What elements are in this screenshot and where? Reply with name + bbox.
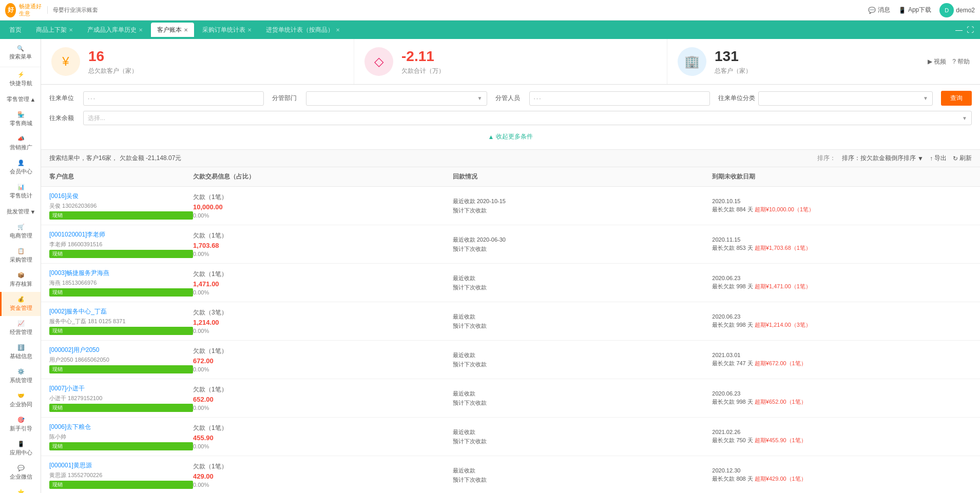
next-collection: 预计下次收款 bbox=[453, 284, 713, 291]
overdue-info-cell: 2020.11.15 最长欠款 853 天 超期¥1,703.68（1笔） bbox=[712, 236, 972, 252]
refresh-btn[interactable]: ↻ 刷新 bbox=[953, 154, 972, 163]
search-button[interactable]: 查询 bbox=[941, 91, 972, 106]
customer-name-link[interactable]: [000001]黄思源 bbox=[49, 461, 193, 470]
tab-collapse-btn[interactable]: — bbox=[955, 26, 963, 34]
stats-row: ¥ 16 总欠款客户（家） ◇ -2.11 欠款合计（万） 🏢 131 总客户（… bbox=[41, 39, 980, 85]
tab-close-purchase-order[interactable]: ✕ bbox=[247, 27, 252, 33]
overdue-link[interactable]: 超期¥10,000.00（1笔） bbox=[755, 206, 814, 212]
source-unit-input[interactable]: ··· bbox=[83, 91, 264, 106]
sidebar-item-enterprise-wechat[interactable]: 💬 企业微信 bbox=[0, 461, 41, 485]
sidebar-item-inventory[interactable]: 📦 库存核算 bbox=[0, 268, 41, 292]
debt-percent: 0.00% bbox=[193, 482, 453, 488]
next-collection: 预计下次收款 bbox=[453, 476, 713, 484]
overdue-info-cell: 2021.02.26 最长欠款 750 天 超期¥455.90（1笔） bbox=[712, 429, 972, 444]
customer-name-link[interactable]: [000002]用户2050 bbox=[49, 346, 193, 354]
filter-row-2: 往来余额 选择... ▼ bbox=[49, 111, 972, 125]
customer-name-link[interactable]: [0003]畅捷服务尹海燕 bbox=[49, 269, 193, 278]
customer-sub: 海燕 18513066976 bbox=[49, 279, 193, 287]
filter-manager: 分管人员 ··· bbox=[495, 91, 710, 106]
debt-count: 欠款（3笔） bbox=[193, 308, 453, 317]
customer-name-link[interactable]: [0002]服务中心_丁磊 bbox=[49, 307, 193, 316]
message-btn[interactable]: 💬 消息 bbox=[868, 6, 890, 14]
overdue-date: 2020.11.15 bbox=[712, 236, 972, 243]
search-menu-btn[interactable]: 🔍 搜索菜单 bbox=[2, 43, 39, 63]
customer-info-cell: [0003]畅捷服务尹海燕 海燕 18513066976 现销 bbox=[49, 269, 193, 297]
stat-card-total-customers: 🏢 131 总客户（家） ▶ 视频 ? 帮助 bbox=[667, 39, 980, 84]
department-label: 分管部门 bbox=[272, 94, 303, 103]
debt-amount: 1,214.00 bbox=[193, 319, 453, 326]
sidebar-item-quick-nav[interactable]: ⚡ 快捷导航 bbox=[0, 67, 41, 91]
tab-close-production[interactable]: ✕ bbox=[139, 27, 143, 33]
balance-select[interactable]: 选择... ▼ bbox=[83, 111, 972, 125]
sort-select[interactable]: 排序：按欠款金额倒序排序 ▼ bbox=[842, 154, 924, 163]
content-area: ¥ 16 总欠款客户（家） ◇ -2.11 欠款合计（万） 🏢 131 总客户（… bbox=[41, 39, 980, 493]
sidebar-item-retail-mgmt[interactable]: 零售管理 ▲ bbox=[0, 91, 41, 107]
collection-info-cell: 最近收款 预计下次收款 bbox=[453, 313, 713, 330]
tab-home[interactable]: 首页 bbox=[3, 23, 28, 37]
main-layout: 🔍 搜索菜单 ⚡ 快捷导航 零售管理 ▲ 🏪 零售商城 📣 营销推广 👤 会员中… bbox=[0, 39, 980, 493]
overdue-link[interactable]: 超期¥672.00（1笔） bbox=[755, 360, 806, 366]
results-info: 搜索结果中，客户16家， 欠款金额 -21,148.07元 bbox=[49, 154, 181, 163]
sidebar-item-marketing[interactable]: 📣 营销推广 bbox=[0, 131, 41, 155]
sidebar-item-app-center[interactable]: 📱 应用中心 bbox=[0, 437, 41, 461]
sidebar-item-batch-mgmt[interactable]: 批发管理 ▼ bbox=[0, 204, 41, 220]
sidebar-item-system[interactable]: ⚙️ 系统管理 bbox=[0, 364, 41, 388]
overdue-link[interactable]: 超期¥1,214.00（3笔） bbox=[755, 322, 811, 328]
customer-name-link[interactable]: [0001020001]李老师 bbox=[49, 230, 193, 239]
overdue-link[interactable]: 超期¥455.90（1笔） bbox=[755, 437, 806, 443]
debt-info-cell: 欠款（1笔） 672.00 0.00% bbox=[193, 347, 453, 372]
last-collection: 最近收款 bbox=[453, 274, 713, 282]
sidebar-item-member-plus[interactable]: ⭐ 畅会员 bbox=[0, 485, 41, 493]
overdue-link[interactable]: 超期¥429.00（1笔） bbox=[755, 476, 806, 482]
export-btn[interactable]: ↑ 导出 bbox=[930, 154, 947, 163]
source-category-select[interactable]: ▼ bbox=[758, 91, 933, 106]
total-customers-value: 131 bbox=[715, 48, 752, 65]
debt-amount: 1,471.00 bbox=[193, 280, 453, 288]
purchase-icon: 📋 bbox=[17, 248, 25, 254]
overdue-days: 最长欠款 998 天 超期¥1,214.00（3笔） bbox=[712, 321, 972, 329]
collapse-btn[interactable]: ▲ 收起更多条件 bbox=[49, 130, 972, 143]
help-btn[interactable]: ? 帮助 bbox=[952, 57, 970, 66]
overdue-link[interactable]: 超期¥1,703.68（1笔） bbox=[755, 245, 811, 251]
enterprise-collab-icon: 🤝 bbox=[17, 392, 25, 399]
tab-close-customer-account[interactable]: ✕ bbox=[184, 27, 188, 33]
tab-purchase-order[interactable]: 采购订单统计表 ✕ bbox=[196, 23, 258, 37]
customer-info-cell: [000002]用户2050 用户2050 18665062050 现销 bbox=[49, 346, 193, 373]
sidebar-item-finance[interactable]: 💰 资金管理 bbox=[0, 292, 41, 316]
sidebar-item-new-guide[interactable]: 🎯 新手引导 bbox=[0, 412, 41, 437]
user-menu[interactable]: D demo2 bbox=[939, 3, 975, 17]
debt-count: 欠款（1笔） bbox=[193, 385, 453, 394]
finance-icon: 💰 bbox=[17, 296, 25, 303]
sidebar-item-ecommerce[interactable]: 🛒 电商管理 bbox=[0, 220, 41, 244]
customer-name-link[interactable]: [0006]去下粮仓 bbox=[49, 423, 193, 431]
tab-products[interactable]: 商品上下架 ✕ bbox=[30, 23, 79, 37]
manager-input[interactable]: ··· bbox=[529, 91, 710, 106]
tab-close-inventory-stats[interactable]: ✕ bbox=[336, 27, 340, 33]
overdue-date: 2020.06.23 bbox=[712, 313, 972, 320]
sidebar-item-basic-info[interactable]: ℹ️ 基础信息 bbox=[0, 340, 41, 364]
customer-sub: 李老师 18600391516 bbox=[49, 241, 193, 248]
app-download-btn[interactable]: 📱 App下载 bbox=[898, 6, 931, 14]
overdue-link[interactable]: 超期¥1,471.00（1笔） bbox=[755, 283, 811, 289]
avatar: D bbox=[939, 3, 954, 17]
debt-customers-icon: ¥ bbox=[51, 47, 80, 76]
view-video-btn[interactable]: ▶ 视频 bbox=[928, 57, 946, 66]
sidebar-item-enterprise-collab[interactable]: 🤝 企业协同 bbox=[0, 388, 41, 412]
overdue-link[interactable]: 超期¥652.00（1笔） bbox=[755, 399, 806, 405]
customer-name-link[interactable]: [0007]小迸干 bbox=[49, 384, 193, 393]
tab-close-products[interactable]: ✕ bbox=[69, 27, 73, 33]
tab-production[interactable]: 产成品入库单历史 ✕ bbox=[81, 23, 149, 37]
tab-inventory-stats[interactable]: 进货单统计表（按商品） ✕ bbox=[260, 23, 346, 37]
sidebar-item-purchase-mgmt[interactable]: 📋 采购管理 bbox=[0, 244, 41, 268]
sidebar-item-retail-mall[interactable]: 🏪 零售商城 bbox=[0, 107, 41, 131]
tab-fullscreen-btn[interactable]: ⛶ bbox=[967, 26, 974, 34]
sidebar-item-retail-stats[interactable]: 📊 零售统计 bbox=[0, 180, 41, 204]
customer-name-link[interactable]: [0016]吴俊 bbox=[49, 192, 193, 201]
sidebar-item-member-center[interactable]: 👤 会员中心 bbox=[0, 155, 41, 180]
department-select[interactable]: ▼ bbox=[306, 91, 487, 106]
app-center-icon: 📱 bbox=[17, 441, 25, 447]
tab-customer-account[interactable]: 客户账本 ✕ bbox=[151, 23, 194, 37]
tab-bar: 首页 商品上下架 ✕ 产成品入库单历史 ✕ 客户账本 ✕ 采购订单统计表 ✕ 进… bbox=[0, 21, 980, 39]
sidebar-item-operations[interactable]: 📈 经营管理 bbox=[0, 316, 41, 340]
refresh-icon: ↻ bbox=[953, 155, 958, 162]
